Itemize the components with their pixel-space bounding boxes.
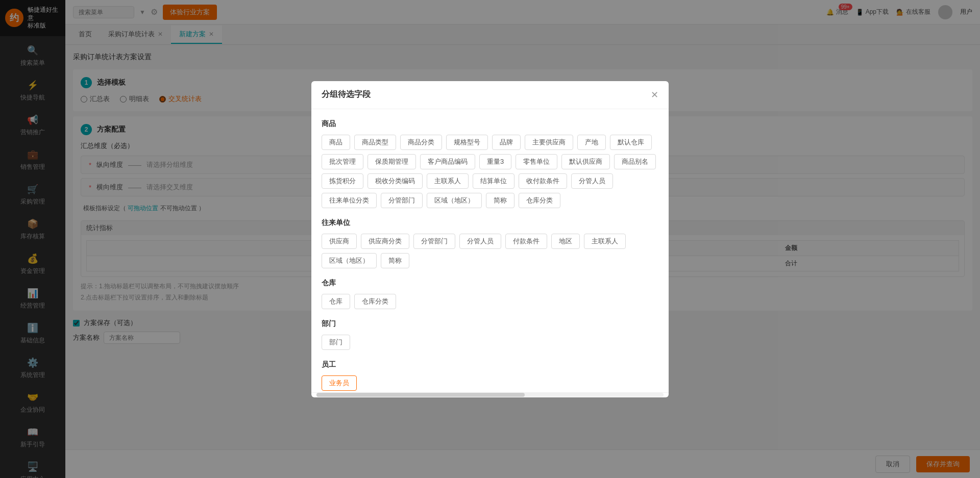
field-tag-2-1[interactable]: 仓库分类: [354, 294, 396, 309]
modal-body[interactable]: 商品商品商品类型商品分类规格型号品牌主要供应商产地默认仓库批次管理保质期管理客户…: [311, 109, 669, 392]
modal-section-3: 部门部门: [322, 319, 658, 350]
field-tag-0-23[interactable]: 区域（地区）: [427, 193, 482, 208]
modal-title: 分组待选字段: [322, 89, 371, 100]
field-tag-0-18[interactable]: 结算单位: [473, 173, 514, 189]
field-tag-0-10[interactable]: 客户商品编码: [420, 154, 475, 169]
field-tag-0-1[interactable]: 商品类型: [354, 135, 396, 150]
field-tag-0-22[interactable]: 分管部门: [381, 193, 423, 208]
field-tag-0-21[interactable]: 往来单位分类: [322, 193, 377, 208]
modal-overlay: 分组待选字段 ✕ 商品商品商品类型商品分类规格型号品牌主要供应商产地默认仓库批次…: [0, 0, 980, 478]
field-tag-0-13[interactable]: 默认供应商: [561, 154, 610, 169]
field-tag-3-0[interactable]: 部门: [322, 335, 350, 350]
modal-section-0: 商品商品商品类型商品分类规格型号品牌主要供应商产地默认仓库批次管理保质期管理客户…: [322, 119, 658, 208]
field-tag-0-7[interactable]: 默认仓库: [610, 135, 652, 150]
field-tag-1-6[interactable]: 主联系人: [584, 234, 626, 249]
modal-section-1: 往来单位供应商供应商分类分管部门分管人员付款条件地区主联系人区域（地区）简称: [322, 218, 658, 268]
field-tag-0-0[interactable]: 商品: [322, 135, 350, 150]
modal-close-icon[interactable]: ✕: [651, 89, 658, 100]
modal-section-title-3: 部门: [322, 319, 658, 329]
field-tag-0-15[interactable]: 拣货积分: [322, 173, 363, 189]
field-tag-0-4[interactable]: 品牌: [492, 135, 521, 150]
modal-section-title-4: 员工: [322, 360, 658, 369]
field-tag-0-2[interactable]: 商品分类: [400, 135, 442, 150]
field-tag-0-12[interactable]: 零售单位: [516, 154, 557, 169]
modal-section-title-1: 往来单位: [322, 218, 658, 228]
field-tag-0-5[interactable]: 主要供应商: [525, 135, 573, 150]
field-tag-0-14[interactable]: 商品别名: [614, 154, 656, 169]
field-tag-0-8[interactable]: 批次管理: [322, 154, 363, 169]
field-tag-0-3[interactable]: 规格型号: [446, 135, 488, 150]
field-tag-0-24[interactable]: 简称: [486, 193, 514, 208]
modal-section-title-2: 仓库: [322, 279, 658, 288]
field-tag-0-20[interactable]: 分管人员: [571, 173, 613, 189]
field-tag-0-19[interactable]: 收付款条件: [519, 173, 567, 189]
field-tag-0-6[interactable]: 产地: [577, 135, 606, 150]
modal-section-tags-1: 供应商供应商分类分管部门分管人员付款条件地区主联系人区域（地区）简称: [322, 234, 658, 268]
field-tag-0-16[interactable]: 税收分类编码: [368, 173, 423, 189]
modal-section-4: 员工业务员: [322, 360, 658, 391]
modal-section-tags-0: 商品商品类型商品分类规格型号品牌主要供应商产地默认仓库批次管理保质期管理客户商品…: [322, 135, 658, 208]
modal-hscroll[interactable]: [311, 392, 669, 397]
modal-section-tags-4: 业务员: [322, 375, 658, 391]
field-tag-0-9[interactable]: 保质期管理: [368, 154, 416, 169]
modal-section-title-0: 商品: [322, 119, 658, 129]
field-tag-0-25[interactable]: 仓库分类: [519, 193, 560, 208]
modal-section-tags-2: 仓库仓库分类: [322, 294, 658, 309]
field-tag-1-0[interactable]: 供应商: [322, 234, 357, 249]
field-tag-1-3[interactable]: 分管人员: [459, 234, 501, 249]
field-tag-1-1[interactable]: 供应商分类: [361, 234, 409, 249]
field-tag-2-0[interactable]: 仓库: [322, 294, 350, 309]
modal: 分组待选字段 ✕ 商品商品商品类型商品分类规格型号品牌主要供应商产地默认仓库批次…: [311, 81, 669, 397]
field-tag-1-8[interactable]: 简称: [381, 253, 409, 268]
field-tag-0-17[interactable]: 主联系人: [427, 173, 469, 189]
modal-section-2: 仓库仓库仓库分类: [322, 279, 658, 309]
field-tag-0-11[interactable]: 重量3: [479, 154, 511, 169]
field-tag-1-4[interactable]: 付款条件: [505, 234, 547, 249]
field-tag-1-2[interactable]: 分管部门: [413, 234, 455, 249]
field-tag-1-7[interactable]: 区域（地区）: [322, 253, 377, 268]
modal-header: 分组待选字段 ✕: [311, 81, 669, 109]
field-tag-4-0[interactable]: 业务员: [322, 375, 357, 391]
modal-section-tags-3: 部门: [322, 335, 658, 350]
field-tag-1-5[interactable]: 地区: [551, 234, 580, 249]
